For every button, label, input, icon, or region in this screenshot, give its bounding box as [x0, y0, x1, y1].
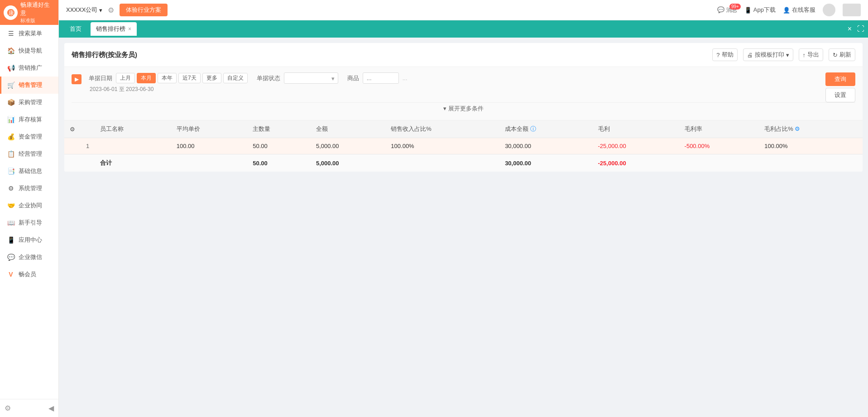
th-employee-name: 员工名称 [95, 120, 171, 138]
refresh-icon: ↻ [833, 52, 838, 58]
page-header-actions: ? 帮助 🖨 按模板打印 ▾ ↑ 导出 ↻ 刷新 [712, 48, 855, 61]
filter-expand-arrow[interactable]: ▶ [72, 74, 82, 84]
status-select[interactable] [284, 72, 338, 84]
table-footer-row: 合计 50.00 5,000.00 30,000.00 -25,000.00 [64, 154, 863, 172]
sidebar-item-shortcuts[interactable]: 🏠 快捷导航 [0, 42, 58, 59]
topbar-right: 💬 99+ 消息 📱 App下载 👤 在线客服 [717, 4, 861, 16]
date-btn-last-month[interactable]: 上月 [116, 73, 135, 83]
cell-gross: -25,000.00 [593, 138, 679, 154]
export-btn[interactable]: ↑ 导出 [799, 48, 824, 61]
print-icon: 🖨 [747, 52, 753, 58]
messages-badge[interactable]: 💬 99+ 消息 [717, 6, 737, 14]
purchase-icon: 📦 [7, 99, 15, 106]
vip-icon: V [7, 271, 15, 278]
cell-rank: 1 [81, 138, 95, 154]
message-icon: 💬 [717, 6, 724, 13]
app-name: 畅康通好生意 标准版 [20, 1, 55, 24]
table-body: 1 100.00 50.00 5,000.00 100.00% 30,000.0… [64, 138, 863, 154]
inventory-icon: 📊 [7, 116, 15, 123]
sidebar-nav: ☰ 搜索菜单 🏠 快捷导航 📢 营销推广 🛒 销售管理 📦 采购管理 📊 库存核… [0, 25, 58, 399]
tab-sales-ranking[interactable]: 销售排行榜 × [91, 22, 137, 36]
date-btn-this-month[interactable]: 本月 [137, 73, 156, 83]
page-title: 销售排行榜(按业务员) [72, 51, 137, 59]
finance-icon: 💰 [7, 133, 15, 140]
system-icon: ⚙ [7, 185, 15, 192]
date-btn-custom[interactable]: 自定义 [223, 73, 248, 83]
filter-action-buttons: 查询 设置 [825, 72, 855, 102]
tab-close-icon[interactable]: × [128, 26, 131, 32]
sidebar-item-purchase[interactable]: 📦 采购管理 [0, 94, 58, 111]
date-btn-this-year[interactable]: 本年 [158, 73, 177, 83]
th-settings[interactable]: ⚙ [64, 120, 81, 138]
tab-minimize-icon[interactable]: × [848, 25, 852, 33]
help-btn[interactable]: ? 帮助 [712, 48, 737, 61]
cell-gross-pct: 100.00% [759, 138, 863, 154]
app-download-btn[interactable]: 📱 App下载 [744, 6, 776, 14]
sidebar-item-marketing[interactable]: 📢 营销推广 [0, 59, 58, 77]
sidebar-logo: 康 畅康通好生意 标准版 [0, 0, 58, 25]
help-icon: ? [716, 52, 719, 58]
sidebar-item-guide[interactable]: 📖 新手引导 [0, 214, 58, 231]
company-selector[interactable]: XXXXX公司 ▾ [66, 6, 102, 14]
user-avatar[interactable] [823, 4, 835, 16]
date-filter-label: 单据日期 [89, 74, 112, 82]
cell-quantity: 50.00 [247, 138, 311, 154]
refresh-btn[interactable]: ↻ 刷新 [829, 48, 855, 61]
sidebar-item-finance[interactable]: 💰 资金管理 [0, 128, 58, 145]
filter-groups: 单据日期 上月 本月 本年 近7天 更多 自定义 [89, 72, 818, 93]
footer-rank-cell [81, 154, 95, 172]
sidebar-item-apps[interactable]: 📱 应用中心 [0, 231, 58, 249]
operations-icon: 📋 [7, 150, 15, 158]
apps-icon: 📱 [7, 236, 15, 244]
goods-input[interactable] [363, 72, 399, 84]
sidebar: 康 畅康通好生意 标准版 ☰ 搜索菜单 🏠 快捷导航 📢 营销推广 🛒 销售管理… [0, 0, 59, 417]
th-cost: 成本全额 ⓘ [499, 120, 592, 138]
service-icon: 👤 [783, 7, 790, 14]
settings-btn[interactable]: 设置 [825, 88, 855, 102]
sidebar-item-wechat[interactable]: 💬 企业微信 [0, 249, 58, 266]
print-dropdown-icon: ▾ [786, 52, 789, 58]
sidebar-settings-icon[interactable]: ⚙ [5, 404, 11, 412]
goods-more-icon[interactable]: ... [403, 75, 408, 81]
page-card: 销售排行榜(按业务员) ? 帮助 🖨 按模板打印 ▾ ↑ 导出 [64, 43, 863, 172]
filter-status-group: 单据状态 [257, 72, 338, 84]
status-filter-label: 单据状态 [257, 74, 280, 82]
download-icon: 📱 [744, 7, 752, 14]
sidebar-item-search[interactable]: ☰ 搜索菜单 [0, 25, 58, 42]
table-header-row: ⚙ 员工名称 平均单价 主数量 全额 销售收入占比% 成本全额 ⓘ 毛利 毛利率… [64, 120, 863, 138]
print-btn[interactable]: 🖨 按模板打印 ▾ [743, 48, 793, 61]
tab-home[interactable]: 首页 [62, 20, 89, 38]
sidebar-item-system[interactable]: ⚙ 系统管理 [0, 180, 58, 197]
sidebar-item-collaboration[interactable]: 🤝 企业协同 [0, 197, 58, 214]
topbar-settings-icon[interactable]: ⚙ [108, 6, 114, 14]
company-dropdown-icon: ▾ [99, 7, 102, 14]
online-service-btn[interactable]: 👤 在线客服 [783, 6, 815, 14]
cell-employee-name [95, 138, 171, 154]
cell-gross-rate: -500.00% [679, 138, 759, 154]
column-settings-icon[interactable]: ⚙ [70, 126, 75, 133]
expand-more-btn[interactable]: ▾ 展开更多条件 [72, 102, 855, 115]
goods-filter-label: 商品 [347, 74, 359, 82]
sidebar-item-operations[interactable]: 📋 经营管理 [0, 145, 58, 163]
marketing-icon: 📢 [7, 64, 15, 72]
date-btn-more[interactable]: 更多 [202, 73, 221, 83]
footer-gross: -25,000.00 [593, 154, 679, 172]
sidebar-item-basic-info[interactable]: 📑 基础信息 [0, 163, 58, 180]
sidebar-item-vip[interactable]: V 畅会员 [0, 266, 58, 283]
trial-btn[interactable]: 体验行业方案 [120, 4, 168, 16]
sidebar-collapse-icon[interactable]: ◀ [48, 404, 54, 412]
tab-maximize-icon[interactable]: ⛶ [857, 25, 864, 33]
status-select-wrap [284, 72, 338, 84]
sidebar-item-inventory[interactable]: 📊 库存核算 [0, 111, 58, 128]
date-range-display: 2023-06-01 至 2023-06-30 [89, 86, 818, 93]
footer-label: 合计 [95, 154, 171, 172]
footer-sales-pct [385, 154, 499, 172]
sidebar-item-sales[interactable]: 🛒 销售管理 [0, 77, 58, 94]
footer-avg-price [171, 154, 248, 172]
query-btn[interactable]: 查询 [825, 72, 855, 86]
company-name: XXXXX公司 [66, 6, 97, 14]
footer-amount: 5,000.00 [311, 154, 385, 172]
cell-sales-pct: 100.00% [385, 138, 499, 154]
date-btn-7days[interactable]: 近7天 [178, 73, 201, 83]
svg-text:康: 康 [8, 10, 14, 16]
